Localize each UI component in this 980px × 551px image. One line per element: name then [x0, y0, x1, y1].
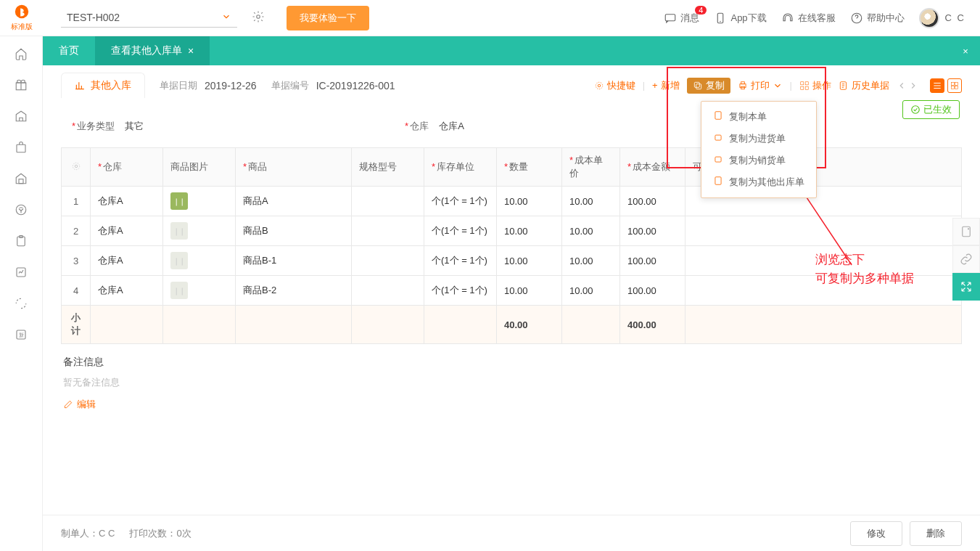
svg-rect-40 — [963, 226, 971, 237]
svg-point-15 — [598, 84, 601, 87]
warehouse-field: *仓库 仓库A — [405, 120, 464, 133]
grid-view-toggle[interactable] — [947, 78, 962, 93]
sidebar-home-icon[interactable] — [15, 47, 28, 62]
settings-icon[interactable] — [252, 10, 265, 25]
svg-point-41 — [968, 228, 969, 229]
business-type-value: 其它 — [125, 120, 144, 133]
history-icon — [839, 81, 849, 91]
sidebar-shopping-icon[interactable] — [15, 141, 28, 156]
svg-rect-27 — [951, 82, 954, 85]
serial-value: IC-20191226-001 — [316, 80, 395, 91]
messages-badge: 4 — [695, 6, 707, 15]
svg-point-37 — [73, 163, 79, 169]
gear-icon — [594, 81, 604, 91]
warehouse-value: 仓库A — [439, 120, 464, 133]
svg-rect-28 — [955, 82, 958, 85]
edit-icon — [63, 399, 73, 409]
copy-action[interactable]: 复制 — [687, 78, 730, 94]
check-icon — [910, 105, 921, 115]
product-image: ❘❘ — [170, 222, 188, 240]
copy-menu-item-purchase[interactable]: 复制为进货单 — [701, 128, 816, 150]
svg-text:新: 新 — [19, 332, 24, 338]
sidebar-gift-icon[interactable] — [15, 78, 28, 94]
copy-menu-item-self[interactable]: 复制本单 — [701, 106, 816, 128]
avatar[interactable] — [919, 8, 939, 28]
svg-rect-17 — [696, 83, 701, 89]
tab-close-icon[interactable]: × — [188, 45, 194, 57]
svg-point-16 — [596, 82, 602, 89]
app-download-action[interactable]: App下载 — [714, 12, 766, 25]
svg-point-4 — [720, 20, 722, 22]
company-selector[interactable]: TEST-H002 — [61, 9, 237, 28]
copy-icon — [693, 81, 703, 91]
print-action[interactable]: 打印 — [738, 79, 783, 92]
history-action[interactable]: 历史单据 — [839, 79, 889, 92]
svg-rect-20 — [741, 81, 744, 83]
online-service-action[interactable]: 在线客服 — [781, 12, 836, 25]
svg-rect-19 — [740, 83, 746, 87]
messages-action[interactable]: 消息 4 — [664, 12, 699, 25]
grid-icon — [799, 81, 810, 91]
doc-icon — [713, 110, 723, 123]
sidebar: 新 — [0, 36, 43, 551]
dock-note-icon[interactable] — [952, 218, 980, 245]
col-gear[interactable] — [62, 148, 91, 187]
sidebar-inventory-icon[interactable] — [15, 172, 28, 187]
svg-rect-31 — [715, 112, 721, 120]
sidebar-new-icon[interactable]: 新 — [15, 328, 28, 343]
svg-point-36 — [75, 165, 78, 168]
sidebar-clipboard-icon[interactable] — [15, 234, 28, 250]
table-row[interactable]: 1 仓库A ❘❘ 商品A 个(1个 = 1个) 10.00 10.00 100.… — [62, 187, 962, 216]
sidebar-finance-icon[interactable] — [15, 203, 28, 219]
logo[interactable]: 标准版 — [0, 4, 43, 32]
svg-rect-22 — [801, 81, 804, 84]
copy-menu-item-outbound[interactable]: 复制为其他出库单 — [701, 171, 816, 193]
serial-label: 单据编号 — [271, 79, 309, 92]
subtotal-row: 小计40.00400.00 — [62, 306, 962, 344]
help-center-label: 帮助中心 — [867, 12, 905, 25]
nav-carets[interactable] — [897, 81, 918, 91]
sidebar-warehouse-icon[interactable] — [15, 110, 28, 125]
dock-link-icon[interactable] — [952, 245, 980, 273]
svg-point-9 — [16, 205, 26, 215]
edit-remarks-link[interactable]: 编辑 — [63, 398, 960, 411]
svg-rect-32 — [715, 135, 721, 140]
plus-icon: + — [652, 80, 658, 91]
svg-rect-34 — [715, 177, 721, 185]
sidebar-report-icon[interactable] — [15, 266, 28, 281]
doc-title: 其他入库 — [91, 79, 131, 92]
shortcut-action[interactable]: 快捷键 — [594, 79, 635, 92]
svg-rect-25 — [805, 86, 808, 89]
tab-bar-close-icon[interactable]: × — [951, 36, 980, 65]
modify-button[interactable]: 修改 — [850, 521, 902, 546]
delete-button[interactable]: 删除 — [910, 521, 962, 546]
try-button[interactable]: 我要体验一下 — [287, 6, 369, 30]
help-center-action[interactable]: 帮助中心 — [850, 12, 905, 25]
remarks-empty: 暂无备注信息 — [63, 376, 960, 389]
list-view-toggle[interactable] — [930, 78, 944, 93]
dock-expand-icon[interactable] — [952, 273, 980, 301]
items-table: *仓库 商品图片 *商品 规格型号 *库存单位 *数量 *成本单价 *成本金额 … — [61, 147, 962, 344]
logo-icon — [14, 4, 30, 22]
svg-rect-8 — [19, 179, 23, 184]
svg-point-35 — [912, 106, 920, 114]
top-header: 标准版 TEST-H002 我要体验一下 消息 4 App下载 在线客服 帮助中… — [0, 0, 980, 36]
tab-home[interactable]: 首页 — [43, 36, 95, 65]
date-value: 2019-12-26 — [205, 80, 257, 91]
svg-rect-7 — [17, 144, 25, 152]
date-label: 单据日期 — [160, 79, 197, 92]
new-action[interactable]: + 新增 — [652, 79, 680, 92]
tab-view-inbound[interactable]: 查看其他入库单 × — [95, 36, 210, 65]
svg-rect-29 — [951, 86, 954, 89]
chevron-down-icon — [773, 81, 783, 91]
online-service-label: 在线客服 — [798, 12, 836, 25]
copy-menu-item-sales[interactable]: 复制为销货单 — [701, 150, 816, 171]
svg-rect-2 — [666, 14, 676, 20]
operate-action[interactable]: 操作 — [799, 79, 831, 92]
remarks-title: 备注信息 — [63, 356, 960, 369]
table-row[interactable]: 2 仓库A ❘❘ 商品B 个(1个 = 1个) 10.00 10.00 100.… — [62, 216, 962, 246]
doc-type-tab[interactable]: 其他入库 — [61, 73, 145, 98]
sidebar-sync-icon[interactable] — [15, 297, 28, 312]
tag-icon — [713, 154, 723, 166]
chart-icon — [75, 81, 85, 91]
